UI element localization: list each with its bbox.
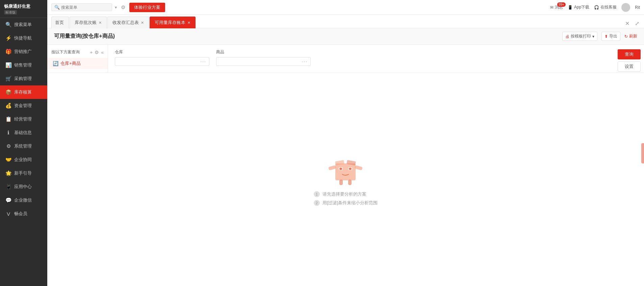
warehouse-more-icon[interactable]: ···: [200, 59, 206, 64]
sidebar-item-cooperation[interactable]: 🤝企业协同: [0, 153, 47, 166]
sidebar-item-label-app-center: 应用中心: [14, 184, 32, 190]
tip-item-2: 2 用[过滤]条件来缩小分析范围: [314, 200, 378, 206]
tabbar: 首页库存批次账✕收发存汇总表✕可用量库存账本✕ ✕ ⤢: [47, 15, 644, 28]
tab-close-batch-ledger[interactable]: ✕: [99, 21, 102, 25]
sidebar-item-system[interactable]: ⚙系统管理: [0, 139, 47, 153]
app-download-button[interactable]: 📱 App下载: [568, 4, 589, 10]
print-button[interactable]: 🖨 按模板打印 ▾: [562, 32, 597, 41]
print-chevron-icon: ▾: [592, 34, 594, 39]
tab-home[interactable]: 首页: [51, 17, 69, 28]
sidebar-item-guide[interactable]: 🌟新手引导: [0, 166, 47, 180]
sidebar-item-purchase[interactable]: 🛒采购管理: [0, 72, 47, 85]
svg-rect-0: [335, 163, 356, 180]
svg-rect-8: [355, 165, 363, 170]
warehouse-input[interactable]: [118, 59, 199, 64]
sidebar-item-member[interactable]: V畅会员: [0, 207, 47, 220]
svg-rect-10: [348, 180, 352, 185]
expand-tab-icon[interactable]: ⤢: [634, 19, 641, 28]
online-service-button[interactable]: 🎧 在线客服: [594, 4, 617, 10]
page-header: 可用量查询(按仓库+商品) 🖨 按模板打印 ▾ ⬆ 导出 ↻ 刷新: [47, 28, 644, 45]
right-scroll-hint: [641, 143, 644, 163]
add-scheme-icon[interactable]: +: [90, 50, 93, 55]
query-area: 按以下方案查询 + ⚙ « 🔄 仓库+商品 仓库 ···: [47, 45, 644, 73]
query-button[interactable]: 查询: [618, 49, 641, 59]
system-icon: ⚙: [5, 143, 11, 149]
trial-button[interactable]: 体验行业方案: [129, 3, 165, 12]
wechat-icon: 💬: [5, 197, 11, 203]
query-sidebar: 按以下方案查询 + ⚙ « 🔄 仓库+商品: [47, 45, 108, 73]
tab-receipt-summary[interactable]: 收发存汇总表✕: [107, 17, 149, 28]
refresh-icon: ↻: [624, 34, 628, 39]
sidebar-item-label-guide: 新手引导: [14, 170, 32, 176]
product-input[interactable]: [219, 59, 300, 64]
sidebar-scroll: 🔍搜索菜单⚡快捷导航🎁营销推广📊销售管理🛒采购管理📦库存核算💰资金管理📋经营管理…: [0, 18, 47, 286]
message-icon: ✉: [550, 5, 553, 10]
tab-close-available-ledger[interactable]: ✕: [187, 21, 190, 25]
sidebar-item-label-cooperation: 企业协同: [14, 157, 32, 163]
topbar: 🔍 ▾ ⚙ 体验行业方案 ✉ 消息 99+ 📱 App下载 🎧 在线客服 Rit: [47, 0, 644, 15]
svg-rect-9: [339, 180, 343, 185]
export-icon: ⬆: [604, 34, 608, 39]
refresh-button[interactable]: ↻ 刷新: [624, 33, 637, 39]
sidebar-item-finance[interactable]: 💰资金管理: [0, 99, 47, 112]
sidebar-item-label-operations: 经营管理: [14, 116, 32, 122]
quick-nav-icon: ⚡: [5, 35, 11, 41]
sidebar-item-search[interactable]: 🔍搜索菜单: [0, 18, 47, 31]
tab-close-receipt-summary[interactable]: ✕: [141, 21, 144, 25]
marketing-icon: 🎁: [5, 49, 11, 55]
basics-icon: ℹ: [5, 130, 11, 136]
sidebar-item-sales[interactable]: 📊销售管理: [0, 58, 47, 72]
sidebar-item-basics[interactable]: ℹ基础信息: [0, 126, 47, 139]
sidebar-item-quick-nav[interactable]: ⚡快捷导航: [0, 31, 47, 45]
collapse-sidebar-icon[interactable]: «: [101, 50, 104, 55]
message-button[interactable]: ✉ 消息 99+: [550, 4, 563, 10]
print-label: 按模板打印: [571, 33, 591, 39]
username-label[interactable]: Rit: [635, 5, 640, 10]
product-field-group: 商品 ···: [216, 49, 311, 66]
sidebar-item-label-quick-nav: 快捷导航: [14, 35, 32, 41]
product-input-wrapper: ···: [216, 57, 311, 66]
scheme-icon: 🔄: [53, 61, 58, 66]
query-sidebar-actions: + ⚙ «: [90, 50, 104, 55]
member-icon: V: [5, 211, 11, 217]
close-tab-icon[interactable]: ✕: [624, 19, 631, 28]
product-more-icon[interactable]: ···: [302, 59, 308, 64]
search-input[interactable]: [61, 5, 105, 10]
sidebar-item-label-wechat: 企业微信: [14, 197, 32, 203]
sidebar-item-operations[interactable]: 📋经营管理: [0, 112, 47, 126]
export-button[interactable]: ⬆ 导出: [601, 32, 620, 41]
sidebar-item-label-finance: 资金管理: [14, 103, 32, 109]
scheme-label: 仓库+商品: [60, 60, 81, 67]
search-icon: 🔍: [54, 5, 60, 10]
scheme-item-warehouse-product[interactable]: 🔄 仓库+商品: [47, 58, 108, 69]
warehouse-field-group: 仓库 ···: [115, 49, 209, 66]
scheme-settings-icon[interactable]: ⚙: [95, 50, 99, 55]
sidebar-item-label-member: 畅会员: [14, 211, 27, 217]
sidebar-item-marketing[interactable]: 🎁营销推广: [0, 45, 47, 58]
inventory-icon: 📦: [5, 89, 11, 95]
app-name: 畅康通好生意: [4, 3, 43, 9]
svg-point-6: [349, 168, 352, 170]
page-title: 可用量查询(按仓库+商品): [54, 33, 115, 40]
query-fields: 仓库 ··· 商品 ···: [108, 45, 618, 73]
sidebar-item-app-center[interactable]: 📱应用中心: [0, 180, 47, 193]
tabbar-actions: ✕ ⤢: [620, 19, 644, 28]
tip-text-2: 用[过滤]条件来缩小分析范围: [323, 200, 378, 206]
tab-available-ledger[interactable]: 可用量库存账本✕: [150, 17, 196, 28]
main-area: 🔍 ▾ ⚙ 体验行业方案 ✉ 消息 99+ 📱 App下载 🎧 在线客服 Rit: [47, 0, 644, 286]
warehouse-label: 仓库: [115, 49, 209, 55]
content-area: 1 请先选择要分析的方案 2 用[过滤]条件来缩小分析范围: [47, 73, 644, 286]
settings-button[interactable]: 设置: [618, 61, 641, 72]
search-box[interactable]: 🔍: [51, 3, 112, 11]
search-chevron-icon[interactable]: ▾: [115, 5, 117, 10]
refresh-label: 刷新: [629, 33, 637, 39]
tab-batch-ledger[interactable]: 库存批次账✕: [70, 17, 107, 28]
empty-tips: 1 请先选择要分析的方案 2 用[过滤]条件来缩小分析范围: [314, 191, 378, 206]
sidebar-item-wechat[interactable]: 💬企业微信: [0, 193, 47, 207]
sidebar-logo: 畅康通好生意 标准版: [0, 0, 47, 18]
avatar[interactable]: [621, 3, 630, 12]
tab-label-home: 首页: [55, 20, 64, 26]
cooperation-icon: 🤝: [5, 157, 11, 163]
sidebar-item-inventory[interactable]: 📦库存核算: [0, 85, 47, 99]
topbar-gear-icon[interactable]: ⚙: [120, 3, 127, 12]
